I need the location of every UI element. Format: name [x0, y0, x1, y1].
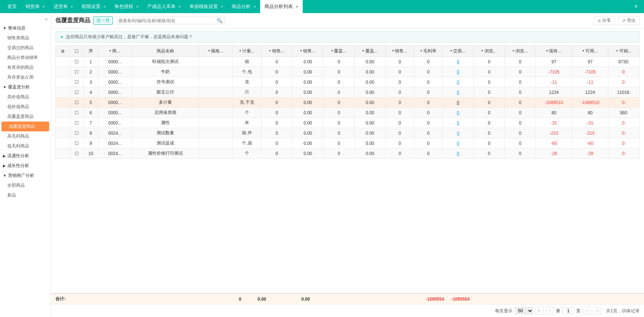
- table-cell[interactable]: ☐: [70, 67, 83, 77]
- table-cell: 0000...: [98, 98, 131, 108]
- sidebar-section-overall[interactable]: ▼ 整体信息: [0, 23, 51, 33]
- sidebar-item-inventory-capital[interactable]: 库存资金占用: [0, 72, 51, 82]
- table-cell[interactable]: ☐: [70, 57, 83, 67]
- th-transactions[interactable]: • 交易...: [443, 46, 474, 57]
- table-cell: 0: [443, 148, 474, 159]
- table-cell[interactable]: ☐: [70, 87, 83, 98]
- table-cell[interactable]: ☐: [70, 148, 83, 159]
- th-sales3[interactable]: • 销售...: [385, 46, 414, 57]
- table-container[interactable]: ⚙ ☐ 序 • 商... 商品名称 • 规格... • 计量... • 销售..…: [51, 45, 644, 293]
- th-margin[interactable]: • 毛利率: [414, 46, 443, 57]
- th-unit[interactable]: • 计量...: [233, 46, 261, 57]
- table-cell[interactable]: ☐: [70, 128, 83, 138]
- table-cell: 0000...: [98, 57, 131, 67]
- table-cell: -7105: [572, 67, 608, 77]
- nav-product-analysis-list-close[interactable]: ×: [296, 4, 298, 9]
- sidebar-item-new-goods[interactable]: 新品: [0, 190, 51, 200]
- table-cell: [199, 87, 232, 98]
- table-cell: 0.00: [292, 108, 323, 118]
- table-cell[interactable]: ☐: [70, 98, 83, 108]
- nav-template[interactable]: 单据模板设置 ×: [185, 0, 227, 13]
- th-sales1[interactable]: • 销售...: [261, 46, 292, 57]
- sidebar-item-high-coverage[interactable]: 高覆盖度商品: [0, 112, 51, 122]
- sidebar-collapse-button[interactable]: «: [0, 15, 51, 23]
- table-cell: 0: [323, 77, 354, 87]
- table-row: ☐100024...属性价格打印测试个00.0000.0000000-28-28…: [56, 148, 640, 159]
- table-cell: 0: [385, 77, 414, 87]
- nav-sales[interactable]: 销货单 ×: [21, 0, 49, 13]
- sidebar-item-category-rate[interactable]: 商品分类动销率: [0, 53, 51, 63]
- sidebar-item-low-value[interactable]: 低价值商品: [0, 102, 51, 112]
- last-page-button[interactable]: >|: [593, 307, 601, 315]
- nav-permission[interactable]: 权限设置 ×: [77, 0, 110, 13]
- nav-role-close[interactable]: ×: [136, 4, 138, 9]
- table-cell[interactable]: ☐: [70, 118, 83, 128]
- export-button[interactable]: ↗ 导出: [618, 16, 640, 25]
- nav-home[interactable]: 首页: [3, 0, 21, 13]
- table-cell: [56, 67, 70, 77]
- next-page-button[interactable]: >: [583, 307, 591, 315]
- sidebar-item-high-profit[interactable]: 高毛利商品: [0, 131, 51, 141]
- table-cell: -1089510: [536, 98, 572, 108]
- table-cell: 0: [505, 87, 536, 98]
- table-cell: 属性价格打印测试: [132, 148, 199, 159]
- nav-product-inbound[interactable]: 产成品入库单 ×: [143, 0, 185, 13]
- table-cell: 0.00: [292, 98, 323, 108]
- table-cell: 0.00: [354, 98, 385, 108]
- th-spec[interactable]: • 规格...: [199, 46, 232, 57]
- table-cell: 0: [414, 77, 443, 87]
- th-checkbox[interactable]: ☐: [70, 46, 83, 57]
- table-cell: [56, 77, 70, 87]
- window-close-button[interactable]: ×: [631, 1, 641, 12]
- th-current-stock[interactable]: • 现有...: [536, 46, 572, 57]
- th-browse2[interactable]: • 浏览...: [505, 46, 536, 57]
- sidebar-section-growth[interactable]: ▶ 成长性分析: [0, 161, 51, 171]
- sidebar-item-traded-goods[interactable]: 交易过的商品: [0, 43, 51, 53]
- sidebar-item-sales-goods[interactable]: 销售类商品: [0, 33, 51, 43]
- sidebar-item-high-value[interactable]: 高价值商品: [0, 92, 51, 102]
- table-cell[interactable]: ☐: [70, 77, 83, 87]
- table-cell[interactable]: ☐: [70, 138, 83, 148]
- nav-product-analysis-close[interactable]: ×: [254, 4, 256, 9]
- nav-permission-close[interactable]: ×: [103, 4, 106, 9]
- nav-template-close[interactable]: ×: [221, 4, 223, 9]
- nav-sales-close[interactable]: ×: [43, 4, 45, 9]
- nav-product-inbound-close[interactable]: ×: [178, 4, 181, 9]
- nav-purchase-close[interactable]: ×: [71, 4, 73, 9]
- share-button[interactable]: ⎋ 分享: [594, 16, 615, 25]
- section-marketing-arrow: ▼: [3, 174, 7, 178]
- table-cell: 0: [443, 118, 474, 128]
- th-settings[interactable]: ⚙: [56, 46, 70, 57]
- period-button[interactable]: 近一月: [93, 16, 113, 25]
- sidebar-section-marketing[interactable]: ▼ 营销推广分析: [0, 171, 51, 181]
- table-cell: [56, 138, 70, 148]
- th-browse1[interactable]: • 浏览...: [474, 46, 504, 57]
- sidebar-section-coverage[interactable]: ▼ 覆盖度分析: [0, 82, 51, 92]
- sidebar-item-low-profit[interactable]: 低毛利商品: [0, 141, 51, 151]
- nav-product-analysis[interactable]: 商品分析 ×: [227, 0, 260, 13]
- th-available-stock[interactable]: • 可用...: [572, 46, 608, 57]
- nav-product-analysis-list[interactable]: 商品分析列表 ×: [260, 0, 302, 13]
- table-cell: 0.00: [292, 67, 323, 77]
- table-cell[interactable]: ☐: [70, 108, 83, 118]
- sidebar-item-low-coverage[interactable]: 低覆盖度商品: [1, 122, 49, 131]
- th-coverage2[interactable]: • 覆盖...: [354, 46, 385, 57]
- th-coverage1[interactable]: • 覆盖...: [323, 46, 354, 57]
- sidebar-item-inventory-goods[interactable]: 有库存的商品: [0, 63, 51, 72]
- th-sales2[interactable]: • 销售...: [292, 46, 323, 57]
- sidebar-section-flow[interactable]: ▶ 流通性分析: [0, 151, 51, 161]
- table-cell: 0: [261, 87, 292, 98]
- page-number-input[interactable]: [562, 308, 574, 314]
- first-page-button[interactable]: K: [535, 307, 543, 315]
- nav-purchase[interactable]: 进货单 ×: [49, 0, 77, 13]
- search-input[interactable]: [118, 18, 217, 23]
- th-name[interactable]: 商品名称: [132, 46, 199, 57]
- section-coverage-arrow: ▼: [3, 85, 7, 89]
- th-code[interactable]: • 商...: [98, 46, 131, 57]
- page-size-select[interactable]: 50 20 100: [515, 307, 533, 314]
- sidebar-item-all-goods[interactable]: 全部商品: [0, 181, 51, 190]
- th-saleable[interactable]: • 可销...: [608, 46, 640, 57]
- nav-role[interactable]: 角色授权 ×: [110, 0, 143, 13]
- prev-page-button[interactable]: <: [546, 307, 554, 315]
- table-cell: 5: [83, 98, 98, 108]
